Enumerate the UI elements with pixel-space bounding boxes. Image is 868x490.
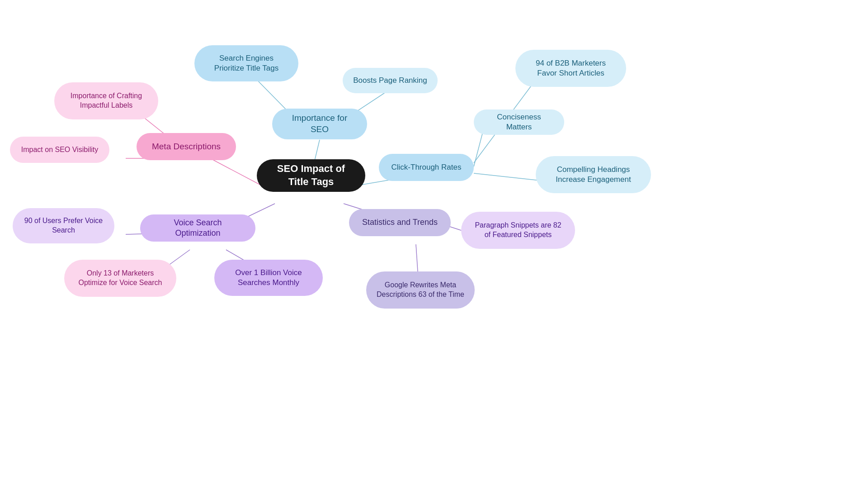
center-node[interactable]: SEO Impact of Title Tags [257,159,365,192]
only-13-node[interactable]: Only 13 of Marketers Optimize for Voice … [64,260,176,297]
conciseness-node[interactable]: Conciseness Matters [474,109,564,135]
seo-visibility-node[interactable]: Impact on SEO Visibility [10,137,109,163]
importance-seo-node[interactable]: Importance for SEO [272,109,367,139]
paragraph-snippets-node[interactable]: Paragraph Snippets are 82 of Featured Sn… [461,212,575,249]
google-rewrites-node[interactable]: Google Rewrites Meta Descriptions 63 of … [366,271,475,309]
compelling-headings-node[interactable]: Compelling Headings Increase Engagement [536,156,651,193]
boosts-ranking-node[interactable]: Boosts Page Ranking [343,68,438,93]
crafting-labels-node[interactable]: Importance of Crafting Impactful Labels [54,82,158,119]
b2b-marketers-node[interactable]: 94 of B2B Marketers Favor Short Articles [515,50,626,87]
stats-trends-node[interactable]: Statistics and Trends [349,209,451,236]
meta-descriptions-node[interactable]: Meta Descriptions [137,133,236,160]
over-billion-node[interactable]: Over 1 Billion Voice Searches Monthly [214,260,323,296]
search-engines-node[interactable]: Search Engines Prioritize Title Tags [194,45,298,81]
click-through-node[interactable]: Click-Through Rates [379,154,474,181]
voice-search-node[interactable]: Voice Search Optimization [140,214,255,242]
users-prefer-node[interactable]: 90 of Users Prefer Voice Search [13,208,114,243]
